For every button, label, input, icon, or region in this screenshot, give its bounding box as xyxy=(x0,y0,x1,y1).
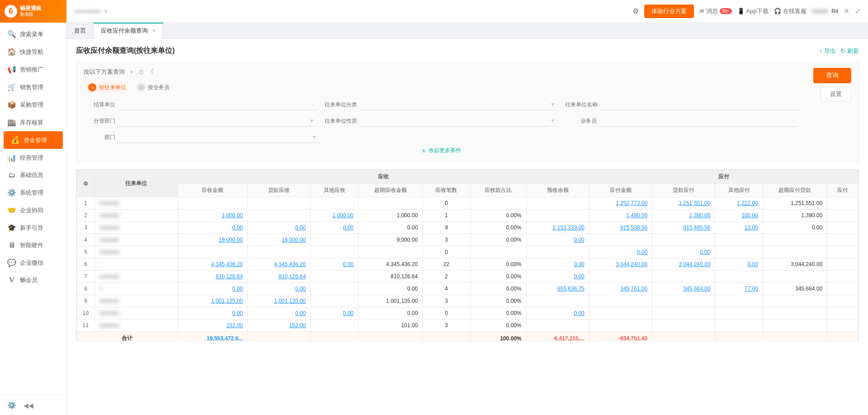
version-label: 标准版 xyxy=(20,11,42,18)
dept-select[interactable]: ▼ xyxy=(119,131,320,143)
col-ar-other: 其他应收 xyxy=(311,184,359,197)
sidebar-label-enterprise: 企业协同 xyxy=(20,206,43,215)
query-button[interactable]: 查询 xyxy=(813,68,851,83)
table-settings-cell[interactable]: ⚙ xyxy=(77,170,95,197)
total-ap-overdue xyxy=(763,332,827,342)
filter-field-partner-name: 往来单位名称 xyxy=(565,99,799,110)
purchase-icon: 📦 xyxy=(7,100,16,109)
export-button[interactable]: ↑ 导出 xyxy=(820,47,836,55)
basic-info-icon: 🗂 xyxy=(7,171,16,179)
filter-add-icon[interactable]: ＋ xyxy=(128,68,135,76)
service-icon: 🎧 xyxy=(774,8,781,14)
partner-name-input[interactable] xyxy=(601,99,799,110)
sidebar-item-smart-hw[interactable]: 🖥 智能硬件 xyxy=(0,237,66,254)
sidebar-label-search-menu: 搜索菜单 xyxy=(20,30,43,38)
filter-row-2: 分管部门 ▼ 往来单位性质 xyxy=(84,115,799,127)
partner-category-select[interactable]: ▼ xyxy=(361,99,558,110)
gear-icon[interactable]: ⚙ xyxy=(632,7,639,15)
sidebar-item-sales[interactable]: 🛒 销售管理 xyxy=(0,78,66,96)
trial-industry-button[interactable]: 体验行业方案 xyxy=(644,5,694,18)
total-ap-amount: -654,751.40 xyxy=(589,332,652,342)
guide-icon: 🎓 xyxy=(7,224,16,232)
total-ar-ratio: 100.00% xyxy=(470,332,526,342)
sidebar-item-basic-info[interactable]: 🗂 基础信息 xyxy=(0,167,66,184)
online-service-button[interactable]: 🎧 在线客服 xyxy=(774,7,807,15)
settings-button[interactable]: 设置 xyxy=(821,87,851,101)
row-index: 2 xyxy=(77,210,95,222)
sidebar-item-finance[interactable]: 💰 资金管理 xyxy=(4,131,63,149)
sidebar-item-operation[interactable]: 📊 经营管理 xyxy=(0,149,66,167)
filter-tab-by-salesman[interactable]: ⊙ 按业务员 xyxy=(132,81,174,93)
total-ar-amount: 19,553,472,6... xyxy=(178,332,248,342)
filter-tab-by-partner[interactable]: ⊙ 按往来单位 xyxy=(84,81,131,93)
sidebar-collapse-icon[interactable]: ◀◀ xyxy=(24,402,33,409)
table-row: 8 P 0.00 0.00 0.00 4 0.00% 655,636.75 34… xyxy=(77,283,859,295)
col-ar-loan: 贷款应收 xyxy=(248,184,311,197)
sidebar-item-enterprise[interactable]: 🤝 企业协同 xyxy=(0,201,66,219)
table-row: 9 ■■■■■■ 1,001,135.00 1,001,135.00 1,001… xyxy=(77,295,859,307)
col-ap-amount: 应付金额 xyxy=(589,184,652,197)
tab-home[interactable]: 首页 xyxy=(67,23,94,38)
filter-tab-partner-label: 按往来单位 xyxy=(99,84,126,91)
sidebar-item-marketing[interactable]: 📢 营销推广 xyxy=(0,61,66,78)
collapse-more-conditions-button[interactable]: ∧ 收起更多条件 xyxy=(84,145,799,156)
sidebar-item-wechat[interactable]: 💬 企业微信 xyxy=(0,254,66,272)
page-header: 应收应付余额查询(按往来单位) ↑ 导出 ↻ 刷新 xyxy=(76,46,859,56)
inventory-icon: 🏬 xyxy=(7,118,16,127)
page-header-actions: ↑ 导出 ↻ 刷新 xyxy=(820,47,859,55)
table-settings-icon[interactable]: ⚙ xyxy=(83,181,88,187)
salesman-input[interactable]: ··· xyxy=(600,115,799,127)
col-ap-group-header: 应付 xyxy=(589,170,858,184)
table-group-header: ⚙ 往来单位 应收 应付 xyxy=(77,170,859,184)
table-row: 1 ■■■■■■ 0 1,252,773.00 1,251,551.00 1,2… xyxy=(77,197,859,210)
sidebar-label-basic-info: 基础信息 xyxy=(20,171,43,179)
app-download-button[interactable]: 📱 App下载 xyxy=(737,7,769,15)
manage-dept-label: 分管部门 xyxy=(84,117,115,125)
filter-field-partner-nature: 往来单位性质 ▼ xyxy=(325,115,558,127)
messages-button[interactable]: ✉ 消息 99+ xyxy=(699,7,732,15)
row-index: 10 xyxy=(77,307,95,320)
sidebar-item-purchase[interactable]: 📦 采购管理 xyxy=(0,96,66,114)
tab-close-icon[interactable]: × xyxy=(152,28,156,34)
partner-nature-select[interactable]: ▼ xyxy=(361,115,558,127)
row-partner: ■■■■■■ xyxy=(95,222,178,234)
sidebar-label-guide: 新手引导 xyxy=(20,224,43,232)
row-partner: P xyxy=(95,283,178,295)
col-ar-count: 应收笔数 xyxy=(423,184,471,197)
smart-hw-icon: 🖥 xyxy=(7,241,16,249)
window-close-icon[interactable]: ✕ xyxy=(844,7,849,15)
user-menu[interactable]: ■■■■■ Rit xyxy=(812,8,838,14)
total-ar-prepay: 6,417,215.... xyxy=(526,332,589,342)
tab-bar: 首页 应收应付余额查询 × xyxy=(67,23,868,39)
sidebar-item-member[interactable]: V 畅会员 xyxy=(0,272,66,289)
settlement-unit-input[interactable]: ··· xyxy=(119,99,317,110)
table-row: 3 ■■■■■■ 0.00 0.00 0.00 0.00 9 0.00% 2,1… xyxy=(77,222,859,234)
sidebar-item-quick-nav[interactable]: 🏠 快捷导航 xyxy=(0,43,66,61)
sidebar-item-search-menu[interactable]: 🔍 搜索菜单 xyxy=(0,25,66,43)
row-partner: ■■■■■■ xyxy=(95,210,178,222)
col-partner-header: 往来单位 xyxy=(95,170,178,197)
partner-category-label: 往来单位分类 xyxy=(325,101,357,109)
row-index: 8 xyxy=(77,283,95,295)
table-row: 2 ■■■■■■ 1,000.00 1,000.00 1,000.00 1 0.… xyxy=(77,210,859,222)
manage-dept-select[interactable]: ▼ xyxy=(119,115,317,127)
refresh-button[interactable]: ↻ 刷新 xyxy=(840,47,859,55)
filter-settings-icon[interactable]: ⊙ xyxy=(138,68,144,76)
window-maximize-icon[interactable]: ⤢ xyxy=(855,7,861,15)
total-ar-count xyxy=(423,332,471,342)
filter-label: 按以下方案查询 xyxy=(84,68,125,76)
topbar: ■■■■■■■■ ▼ ⚙ 体验行业方案 ✉ 消息 99+ 📱 App下载 🎧 在… xyxy=(67,0,868,23)
sidebar-item-guide[interactable]: 🎓 新手引导 xyxy=(0,219,66,237)
tab-ar-ap-query[interactable]: 应收应付余额查询 × xyxy=(94,23,163,39)
filter-collapse-icon[interactable]: 《 xyxy=(147,68,154,76)
total-label-cell: 合计 xyxy=(77,332,178,342)
app-logo: 6 畅捷通账 标准版 xyxy=(0,0,66,23)
filter-actions: 查询 设置 xyxy=(806,68,851,101)
partner-tab-icon: ⊙ xyxy=(88,83,96,91)
sidebar-item-inventory[interactable]: 🏬 库存核算 xyxy=(0,114,66,131)
marketing-icon: 📢 xyxy=(7,65,16,74)
sidebar-settings-icon[interactable]: ⚙️ xyxy=(7,401,16,410)
sidebar-item-system[interactable]: ⚙️ 系统管理 xyxy=(0,184,66,201)
download-icon: 📱 xyxy=(737,8,745,14)
table-row: 4 ■■■■■■ 18,000.00 18,000.00 9,000.00 3 … xyxy=(77,234,859,246)
